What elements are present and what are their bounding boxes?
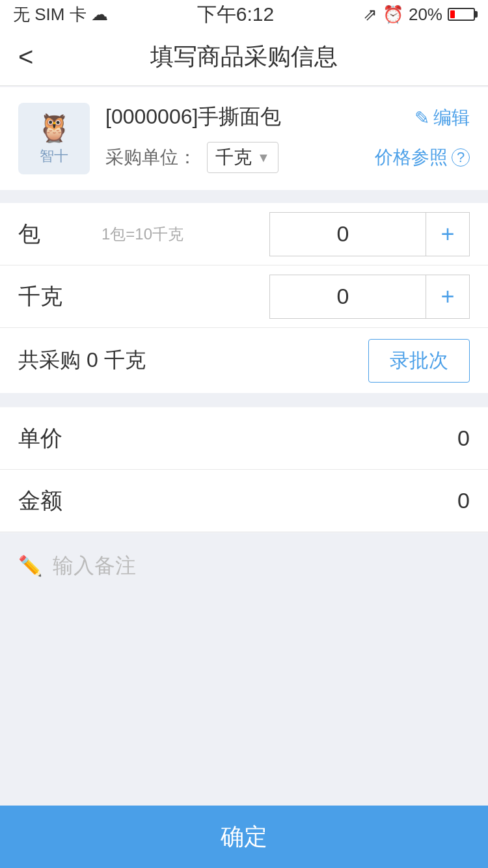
- edit-label: 编辑: [433, 105, 470, 130]
- page-title: 填写商品采购信息: [150, 41, 338, 73]
- kg-input-row: 千克 +: [0, 265, 488, 328]
- chevron-down-icon: ▼: [257, 150, 270, 165]
- section-divider-1: [0, 190, 488, 203]
- summary-text: 共采购 0 千克: [18, 346, 146, 375]
- status-bar: 无 SIM 卡 ☁ 下午6:12 ⇗ ⏰ 20%: [0, 0, 488, 29]
- status-time: 下午6:12: [197, 1, 274, 28]
- section-divider-2: [0, 393, 488, 406]
- unit-price-row: 单价 0: [0, 407, 488, 470]
- summary-row: 共采购 0 千克 录批次: [0, 328, 488, 393]
- location-icon: ⇗: [363, 5, 377, 25]
- product-card: 🦉 智十 [0000006]手撕面包 采购单位： 千克 ▼ 价格参照 ? ✎ 编…: [0, 87, 488, 190]
- brand-text: 智十: [40, 146, 68, 166]
- owl-icon: 🦉: [37, 112, 71, 144]
- help-icon: ?: [452, 148, 470, 167]
- price-ref-button[interactable]: 价格参照 ?: [375, 145, 470, 170]
- bag-input-group: +: [269, 212, 470, 256]
- edit-button[interactable]: ✎ 编辑: [414, 105, 470, 130]
- bag-plus-button[interactable]: +: [426, 212, 470, 256]
- price-ref-text: 价格参照: [375, 145, 448, 170]
- kg-input-group: +: [269, 275, 470, 319]
- remark-placeholder: 输入备注: [53, 552, 136, 580]
- product-meta: 采购单位： 千克 ▼ 价格参照 ?: [105, 142, 470, 173]
- unit-label: 采购单位：: [105, 145, 197, 170]
- price-section: 单价 0 金额 0: [0, 407, 488, 532]
- status-right: ⇗ ⏰ 20%: [363, 5, 475, 25]
- amount-label: 金额: [18, 486, 62, 516]
- battery-icon: [448, 8, 475, 21]
- product-card-wrapper: 🦉 智十 [0000006]手撕面包 采购单位： 千克 ▼ 价格参照 ? ✎ 编…: [0, 87, 488, 190]
- nav-bar: < 填写商品采购信息: [0, 29, 488, 86]
- back-button[interactable]: <: [18, 42, 33, 72]
- pencil-icon: ✏️: [18, 554, 42, 577]
- bag-quantity-input[interactable]: [269, 212, 426, 256]
- unit-price-value: 0: [457, 426, 470, 451]
- confirm-label: 确定: [221, 821, 267, 853]
- product-image: 🦉 智十: [18, 103, 90, 174]
- confirm-button[interactable]: 确定: [0, 806, 488, 868]
- kg-label: 千克: [18, 282, 96, 312]
- unit-value: 千克: [215, 145, 252, 170]
- bag-sublabel: 1包=10千克: [102, 224, 183, 245]
- alarm-icon: ⏰: [383, 5, 403, 25]
- input-section: 包 1包=10千克 + 千克 +: [0, 203, 488, 328]
- unit-price-label: 单价: [18, 424, 62, 454]
- status-left: 无 SIM 卡 ☁: [13, 3, 108, 26]
- bag-label: 包: [18, 219, 96, 249]
- unit-select[interactable]: 千克 ▼: [207, 142, 278, 173]
- edit-icon: ✎: [414, 107, 429, 129]
- bag-input-row: 包 1包=10千克 +: [0, 203, 488, 265]
- batch-button[interactable]: 录批次: [368, 339, 470, 383]
- content-area: [0, 612, 488, 813]
- kg-quantity-input[interactable]: [269, 275, 426, 319]
- kg-plus-button[interactable]: +: [426, 275, 470, 319]
- amount-row: 金额 0: [0, 470, 488, 532]
- amount-value: 0: [457, 488, 470, 513]
- battery-percent: 20%: [409, 5, 442, 25]
- remark-section[interactable]: ✏️ 输入备注: [0, 534, 488, 612]
- no-sim-text: 无 SIM 卡 ☁: [13, 3, 108, 26]
